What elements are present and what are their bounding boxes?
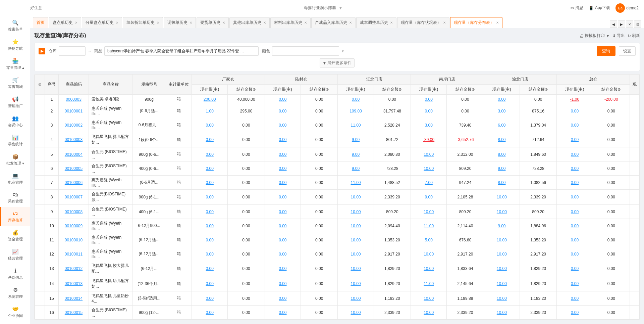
close-icon[interactable]: ✕ (75, 21, 77, 25)
close-icon[interactable]: ✕ (390, 21, 393, 25)
cell-total-stock[interactable]: 0.00 (557, 147, 593, 161)
filter-expand-icon-btn[interactable]: ▶ (39, 48, 45, 54)
close-icon[interactable]: ✕ (116, 21, 118, 25)
cell-yuzhong-stock[interactable]: 10.00 (484, 276, 520, 291)
close-icon[interactable]: ✕ (443, 21, 446, 25)
tab-product-in[interactable]: 产成品入库单历史 ✕ (311, 17, 356, 28)
cell-factory-stock[interactable]: 0.00 (192, 132, 228, 147)
cell-nanan-stock[interactable]: 5.00 (411, 233, 446, 247)
cell-total-stock[interactable]: 0.00 (557, 132, 593, 147)
cell-yuzhong-stock[interactable]: 9.00 (484, 219, 520, 233)
cell-yuzhong-stock[interactable]: 10.00 (484, 291, 520, 306)
cell-yuzhong-stock[interactable]: 10.00 (484, 306, 520, 320)
message-btn[interactable]: ✉ 消息 (571, 5, 583, 11)
close-icon[interactable]: ✕ (190, 21, 192, 25)
sidebar-item-operations[interactable]: 📈 经营管理 (0, 245, 30, 264)
cell-nanan-stock[interactable]: 10.00 (411, 306, 446, 320)
cell-yuzhong-stock[interactable]: 8.00 (484, 132, 520, 147)
cell-code[interactable]: 00100012 (59, 261, 89, 276)
sidebar-item-collab[interactable]: 🤝 企业协同 (0, 303, 30, 322)
close-icon[interactable]: ✕ (304, 21, 307, 25)
cell-factory-stock[interactable]: 0.00 (192, 291, 228, 306)
sidebar-item-purchase[interactable]: 🛍 采购管理 (0, 188, 30, 207)
cell-total-stock[interactable]: 0.00 (557, 205, 593, 219)
cell-luzhen-stock[interactable]: 0.00 (265, 291, 301, 306)
cell-factory-stock[interactable]: 0.00 (192, 320, 228, 320)
cell-nanan-stock[interactable]: 3.00 (411, 118, 446, 132)
cell-code[interactable]: 00100007 (59, 190, 89, 205)
cell-total-stock[interactable]: 0.00 (557, 306, 593, 320)
cell-jiangbei-stock[interactable]: 9.00 (338, 147, 374, 161)
cell-jiangbei-stock[interactable]: 10.00 (338, 320, 374, 320)
cell-yuzhong-stock[interactable]: 10.00 (484, 190, 520, 205)
cell-code[interactable]: 00100004 (59, 147, 89, 161)
cell-jiangbei-stock[interactable]: 10.00 (338, 291, 374, 306)
cell-total-stock[interactable]: -1.00 (557, 95, 593, 104)
cell-code[interactable]: 00100009 (59, 219, 89, 233)
cell-luzhen-stock[interactable]: 0.00 (265, 104, 301, 118)
cell-code[interactable]: 00100001 (59, 104, 89, 118)
tab-expand-btn[interactable]: ⊡ (634, 20, 641, 28)
sidebar-item-stock[interactable]: 🗂 库存核算 (0, 207, 30, 226)
settings-icon[interactable]: ⚙ (38, 82, 42, 87)
cell-yuzhong-stock[interactable]: 6.00 (484, 118, 520, 132)
sidebar-item-finance[interactable]: 💰 资金管理 (0, 226, 30, 245)
cell-code[interactable]: 00100002 (59, 118, 89, 132)
settings-btn[interactable]: 设置 (619, 46, 636, 56)
tab-stock-dist[interactable]: 现存量（库存分布表） ✕ (450, 17, 502, 28)
sidebar-item-retail-mgmt[interactable]: 🏪 零售管理▲ (0, 54, 30, 74)
cell-luzhen-stock[interactable]: 0.00 (265, 161, 301, 176)
cell-code[interactable]: 00100016 (59, 320, 89, 320)
th-settings[interactable]: ⚙ (35, 75, 45, 95)
cell-total-stock[interactable]: 0.00 (557, 233, 593, 247)
cell-code[interactable]: 00100015 (59, 306, 89, 320)
cell-nanan-stock[interactable]: 3.00 (411, 320, 446, 320)
cell-luzhen-stock[interactable]: 0.00 (265, 205, 301, 219)
cell-yuzhong-stock[interactable]: 10.00 (484, 247, 520, 261)
sidebar-item-system[interactable]: ⚙ 系统管理 (0, 283, 30, 303)
cell-luzhen-stock[interactable]: 0.00 (265, 276, 301, 291)
tab-order[interactable]: 要货单历史 ✕ (197, 17, 229, 28)
cell-factory-stock[interactable]: 0.00 (192, 233, 228, 247)
sidebar-item-guide[interactable]: 🎯 新手引导 (0, 322, 30, 324)
cell-luzhen-stock[interactable]: 0.00 (265, 219, 301, 233)
cell-code[interactable]: 00100013 (59, 276, 89, 291)
cell-nanan-stock[interactable]: 10.00 (411, 205, 446, 219)
cell-code[interactable]: 00100010 (59, 233, 89, 247)
cell-nanan-stock[interactable]: 10.00 (411, 161, 446, 176)
cell-code[interactable]: 0000003 (59, 95, 89, 104)
cell-nanan-stock[interactable]: 11.00 (411, 219, 446, 233)
cell-total-stock[interactable]: 0.00 (557, 291, 593, 306)
warehouse-input[interactable] (59, 46, 86, 56)
cell-total-stock[interactable]: 0.00 (557, 247, 593, 261)
user-profile[interactable]: Ea demo2 (615, 3, 639, 13)
cell-yuzhong-stock[interactable]: 3.00 (484, 104, 520, 118)
cell-luzhen-stock[interactable]: 0.00 (265, 247, 301, 261)
cell-code[interactable]: 00100011 (59, 247, 89, 261)
sidebar-item-mall[interactable]: 🛒 零售商城 (0, 74, 30, 93)
cell-luzhen-stock[interactable]: 0.00 (265, 261, 301, 276)
cell-factory-stock[interactable]: 200.00 (192, 95, 228, 104)
sidebar-item-ecommerce[interactable]: 💻 电商管理 (0, 169, 30, 188)
cell-factory-stock[interactable]: 0.00 (192, 247, 228, 261)
cell-jiangbei-stock[interactable]: 10.00 (338, 219, 374, 233)
cell-code[interactable]: 00100006 (59, 176, 89, 190)
cell-jiangbei-stock[interactable]: 109.00 (338, 104, 374, 118)
cell-factory-stock[interactable]: 1.00 (192, 104, 228, 118)
cell-luzhen-stock[interactable]: 0.00 (265, 320, 301, 320)
cell-jiangbei-stock[interactable]: 0.00 (338, 95, 374, 104)
cell-luzhen-stock[interactable]: 0.00 (265, 132, 301, 147)
cell-luzhen-stock[interactable]: 0.00 (265, 118, 301, 132)
cell-jiangbei-stock[interactable]: 9.00 (338, 161, 374, 176)
tab-stock-status[interactable]: 现存量（库存状况表） ✕ (397, 17, 449, 28)
cell-luzhen-stock[interactable]: 0.00 (265, 233, 301, 247)
cell-yuzhong-stock[interactable]: 9.00 (484, 161, 520, 176)
cell-code[interactable]: 00100008 (59, 205, 89, 219)
cell-nanan-stock[interactable]: 10.00 (411, 291, 446, 306)
cell-jiangbei-stock[interactable]: 10.00 (338, 205, 374, 219)
query-btn[interactable]: 查询 (597, 46, 615, 56)
cell-jiangbei-stock[interactable]: 10.00 (338, 261, 374, 276)
warehouse-dots[interactable]: ··· (88, 49, 91, 53)
sidebar-item-search[interactable]: 🔍 搜索英单 (0, 16, 30, 35)
tab-transfer[interactable]: 调拨单历史 ✕ (164, 17, 196, 28)
